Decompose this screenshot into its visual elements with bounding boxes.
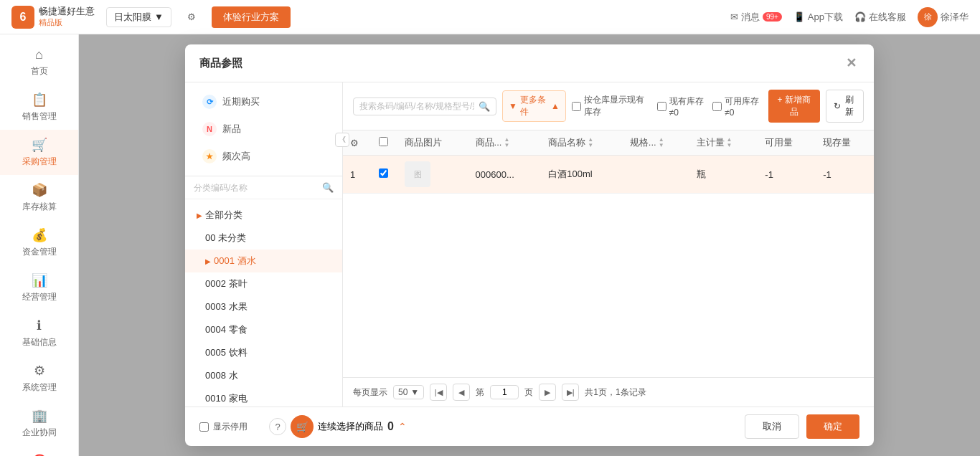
home-icon: ⌂ (35, 47, 43, 62)
th-stock: 现存量 (816, 130, 874, 156)
sidebar-item-inventory[interactable]: 📦 库存核算 (0, 175, 78, 220)
sidebar-item-system[interactable]: ⚙ 系统管理 (0, 356, 78, 401)
cat-label-0003: 0003 水果 (205, 300, 248, 313)
display-disabled-label[interactable]: 显示停用 (199, 421, 248, 433)
cancel-button[interactable]: 取消 (745, 414, 799, 439)
checkbox-warehouse-filter[interactable]: 按仓库显示现有库存 (572, 94, 651, 118)
confirm-button[interactable]: 确定 (806, 414, 859, 439)
cat-label-all: 全部分类 (205, 209, 242, 222)
display-disabled-text: 显示停用 (213, 421, 248, 433)
sidebar-item-basic[interactable]: ℹ 基础信息 (0, 310, 78, 356)
page-number-input[interactable] (490, 385, 519, 399)
cart-count: 0 (387, 420, 394, 433)
th-name[interactable]: 商品名称 ▲▼ (541, 130, 623, 156)
add-product-button[interactable]: + 新增商品 (768, 90, 820, 123)
sidebar-item-finance[interactable]: 💰 资金管理 (0, 220, 78, 265)
th-check (372, 130, 397, 156)
table-settings-icon[interactable]: ⚙ (350, 138, 359, 148)
checkbox-usable-label: 可用库存≠0 (725, 95, 762, 118)
first-page-button[interactable]: |◀ (430, 384, 447, 401)
total-info: 共1页，1条记录 (585, 386, 646, 399)
footer-left: 显示停用 (199, 421, 248, 433)
th-spec[interactable]: 规格... ▲▼ (623, 130, 689, 156)
user-profile[interactable]: 徐 徐泽华 (918, 7, 969, 27)
pagination-bar: 每页显示 50 ▼ |◀ ◀ 第 页 ▶ ▶| 共 (343, 377, 874, 407)
checkbox-usable-filter[interactable]: 可用库存≠0 (712, 95, 762, 118)
modal-overlay: 商品参照 ✕ ⟳ 近期购买 N (79, 34, 980, 456)
sidebar-item-enterprise[interactable]: 🏢 企业协同 (0, 401, 78, 446)
collapse-arrow-icon[interactable]: ⌃ (398, 421, 407, 432)
cat-item-all[interactable]: ▶ 全部分类 (185, 204, 342, 227)
cat-item-0002[interactable]: 0002 茶叶 (185, 272, 342, 295)
sales-icon: 📋 (32, 92, 47, 108)
filter-btn-label: 更多条件 (520, 94, 548, 118)
last-page-button[interactable]: ▶| (562, 384, 579, 401)
quick-access-freq[interactable]: ★ 频次高 (194, 144, 334, 168)
cell-code: 000600... (468, 156, 542, 194)
sidebar-item-guide[interactable]: 🎯 新手引导 (0, 446, 78, 456)
cat-item-00[interactable]: 00 未分类 (185, 227, 342, 250)
sidebar-item-purchase[interactable]: 🛒 采购管理 (0, 130, 78, 175)
checkbox-usable-input[interactable] (712, 102, 722, 111)
cat-item-0001[interactable]: ▶ 0001 酒水 (185, 250, 342, 272)
search-icon[interactable]: 🔍 (479, 101, 490, 112)
th-image: 商品图片 (397, 130, 468, 156)
checkbox-available-input[interactable] (657, 102, 666, 111)
cat-item-0008[interactable]: 0008 水 (185, 364, 342, 387)
th-available: 可用量 (758, 130, 816, 156)
display-disabled-checkbox[interactable] (199, 422, 209, 432)
modal-close-button[interactable]: ✕ (842, 54, 859, 72)
checkbox-warehouse-input[interactable] (572, 102, 581, 111)
cat-label-0008: 0008 水 (205, 369, 238, 382)
category-search-icon[interactable]: 🔍 (322, 182, 334, 193)
prev-page-button[interactable]: ◀ (453, 384, 470, 401)
nav-dropdown[interactable]: 日太阳膜 ▼ (106, 7, 171, 27)
finance-icon: 💰 (32, 227, 47, 243)
page-size-value: 50 (398, 387, 407, 397)
th-unit[interactable]: 主计量 ▲▼ (689, 130, 758, 156)
sidebar-item-sales[interactable]: 📋 销售管理 (0, 85, 78, 130)
filter-btn[interactable]: ▼ 更多条件 ▲ (502, 90, 566, 122)
online-service-item[interactable]: 🎧 在线客服 (854, 11, 906, 24)
quick-access-recent[interactable]: ⟳ 近期购买 (194, 90, 334, 114)
sidebar-label-sales: 销售管理 (22, 110, 57, 123)
modal-footer: 显示停用 ? 🛒 连续选择的商品 0 ⌃ 取消 确定 (185, 407, 874, 446)
sidebar-label-finance: 资金管理 (22, 246, 57, 258)
cat-item-0005[interactable]: 0005 饮料 (185, 341, 342, 364)
cell-spec (623, 156, 689, 194)
message-item[interactable]: ✉ 消息 99+ (730, 11, 782, 24)
th-code[interactable]: 商品... ▲▼ (468, 130, 542, 156)
refresh-button[interactable]: ↻ 刷新 (826, 90, 864, 123)
cat-item-0003[interactable]: 0003 水果 (185, 295, 342, 318)
cat-item-0004[interactable]: 0004 零食 (185, 318, 342, 341)
table-row[interactable]: 1 图 000600... 白酒100ml (343, 156, 874, 194)
product-search-input[interactable] (359, 101, 474, 111)
quick-access-new[interactable]: N 新品 (194, 117, 334, 141)
category-search-input[interactable] (194, 183, 318, 193)
app-download-item[interactable]: 📱 App下载 (793, 11, 843, 24)
page-size-select[interactable]: 50 ▼ (393, 385, 424, 399)
cell-stock: -1 (816, 156, 874, 194)
inventory-icon: 📦 (32, 182, 47, 198)
main-layout: ⌂ 首页 📋 销售管理 🛒 采购管理 📦 库存核算 💰 资金管理 📊 经营管理 … (0, 34, 980, 456)
next-page-button[interactable]: ▶ (539, 384, 556, 401)
cart-icon-button[interactable]: 🛒 (291, 415, 314, 438)
row-checkbox[interactable] (379, 168, 388, 178)
cta-button[interactable]: 体验行业方案 (212, 6, 291, 28)
sidebar-item-home[interactable]: ⌂ 首页 (0, 40, 78, 85)
select-all-checkbox[interactable] (379, 137, 388, 146)
new-icon: N (202, 122, 217, 136)
gear-icon[interactable]: ⚙ (180, 6, 203, 29)
sidebar-item-operation[interactable]: 📊 经营管理 (0, 265, 78, 310)
collapse-panel-button[interactable]: 《 (335, 133, 349, 147)
sidebar-label-enterprise: 企业协同 (22, 427, 57, 439)
cat-item-0010[interactable]: 0010 家电 (185, 387, 342, 407)
checkbox-available-filter[interactable]: 现有库存≠0 (657, 95, 707, 118)
content-area: 商品参照 ✕ ⟳ 近期购买 N (79, 34, 980, 456)
modal-right-panel: 🔍 ▼ 更多条件 ▲ 按仓库显示现有库存 (343, 82, 874, 407)
help-icon[interactable]: ? (269, 418, 286, 435)
quick-access-freq-label: 频次高 (222, 150, 250, 163)
chevron-up-icon: ▲ (551, 101, 560, 111)
page-size-label: 每页显示 (353, 386, 387, 399)
table-header-row: ⚙ 商品图片 (343, 130, 874, 156)
